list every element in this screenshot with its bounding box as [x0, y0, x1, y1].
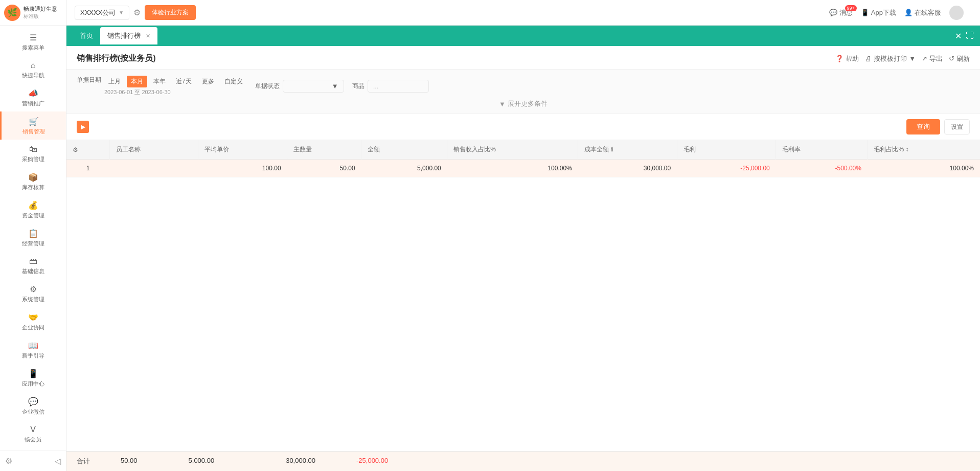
- message-badge: 99+: [845, 5, 857, 11]
- cell-index: 1: [66, 160, 109, 177]
- table-container: ⚙ 员工名称 平均单价 主数量 全额 销售收入占比% 成本全额 ℹ 毛利 毛利率…: [66, 140, 980, 451]
- sidebar-item-guide[interactable]: 📖 新手引导: [0, 335, 66, 364]
- app-download-area[interactable]: 📱 App下载: [861, 8, 896, 17]
- company-selector[interactable]: XXXXX公司 ▼: [75, 6, 129, 20]
- sidebar-item-member[interactable]: V 畅会员: [0, 420, 66, 447]
- help-button[interactable]: ❓ 帮助: [835, 54, 859, 63]
- status-filter-label: 单据状态: [255, 82, 280, 91]
- date-tab-more[interactable]: 更多: [198, 76, 218, 87]
- cell-avg-price: 100.00: [198, 160, 287, 177]
- tab-sales-ranking-label: 销售排行榜: [107, 31, 141, 40]
- sidebar-item-search[interactable]: ☰ 搜索菜单: [0, 28, 66, 56]
- filter-row: 单据日期 上月 本月 本年 近7天 更多 自定义 2023-06-01 至 20…: [77, 76, 970, 96]
- message-icon: 💬: [829, 9, 837, 16]
- col-name: 员工名称: [109, 140, 198, 160]
- goods-filter: 商品 ...: [352, 80, 429, 93]
- collapse-icon[interactable]: ◁: [55, 456, 61, 466]
- cell-total: 5,000.00: [361, 160, 447, 177]
- action-bar-right: 查询 设置: [906, 119, 970, 134]
- sidebar-item-enterprise[interactable]: 🤝 企业协同: [0, 307, 66, 335]
- page-header: 销售排行榜(按业务员) ❓ 帮助 🖨 按模板打印 ▼ ↗ 导出: [66, 46, 980, 70]
- print-dropdown-arrow: ▼: [909, 55, 916, 62]
- system-nav-icon: ⚙: [30, 284, 37, 294]
- footer-label: 合计: [77, 457, 90, 466]
- trial-button[interactable]: 体验行业方案: [145, 5, 196, 20]
- system-nav-label: 系统管理: [22, 296, 44, 303]
- sidebar-item-purchase[interactable]: 🛍 采购管理: [0, 140, 66, 167]
- apps-nav-label: 应用中心: [22, 380, 44, 388]
- topbar-right: 💬 消息 99+ 📱 App下载 👤 在线客服: [829, 6, 972, 20]
- date-tab-7days[interactable]: 近7天: [172, 76, 196, 87]
- sidebar-item-weixin[interactable]: 💬 企业微信: [0, 392, 66, 420]
- guide-nav-icon: 📖: [28, 341, 38, 350]
- refresh-button[interactable]: ↺ 刷新: [949, 54, 970, 63]
- user-avatar[interactable]: [949, 6, 964, 20]
- date-filter-label: 单据日期: [77, 76, 101, 84]
- company-name: XXXXX公司: [80, 8, 116, 17]
- export-button[interactable]: ↗ 导出: [922, 54, 943, 63]
- sidebar: 🌿 畅康通好生意 标准版 ☰ 搜索菜单 ⌂ 快捷导航 📣 营销推广 🛒 销售管理…: [0, 0, 66, 471]
- topbar-settings-icon[interactable]: ⚙: [133, 8, 141, 17]
- tab-close-icon[interactable]: ✕: [146, 33, 150, 39]
- online-service-area[interactable]: 👤 在线客服: [904, 8, 941, 17]
- sidebar-item-marketing[interactable]: 📣 营销推广: [0, 83, 66, 111]
- goods-input[interactable]: ...: [368, 80, 429, 93]
- col-main-qty: 主数量: [287, 140, 361, 160]
- weixin-nav-icon: 💬: [28, 397, 38, 407]
- search-nav-label: 搜索菜单: [22, 44, 44, 52]
- sidebar-item-quick-nav[interactable]: ⌂ 快捷导航: [0, 56, 66, 83]
- action-bar-left: ▶: [77, 121, 89, 133]
- settings-icon[interactable]: ⚙: [5, 456, 12, 466]
- print-button[interactable]: 🖨 按模板打印 ▼: [865, 54, 916, 63]
- sidebar-item-sales[interactable]: 🛒 销售管理: [0, 111, 66, 140]
- marketing-nav-label: 营销推广: [22, 100, 44, 107]
- date-filter: 单据日期 上月 本月 本年 近7天 更多 自定义 2023-06-01 至 20…: [77, 76, 247, 96]
- date-tab-last-month[interactable]: 上月: [104, 76, 125, 87]
- page-header-actions: ❓ 帮助 🖨 按模板打印 ▼ ↗ 导出 ↺ 刷新: [835, 54, 970, 63]
- enterprise-nav-icon: 🤝: [28, 312, 38, 322]
- sidebar-item-system[interactable]: ⚙ 系统管理: [0, 279, 66, 307]
- page-content: 销售排行榜(按业务员) ❓ 帮助 🖨 按模板打印 ▼ ↗ 导出: [66, 46, 980, 471]
- tab-close-all-button[interactable]: ✕: [955, 31, 962, 41]
- app-download-icon: 📱: [861, 9, 869, 16]
- table-footer: 合计 50.00 5,000.00 30,000.00 -25,000.00: [66, 451, 980, 471]
- tabbar: 首页 销售排行榜 ✕ ✕ ⛶: [66, 26, 980, 46]
- company-dropdown-arrow: ▼: [119, 10, 124, 15]
- date-tabs: 上月 本月 本年 近7天 更多 自定义: [104, 76, 247, 87]
- sidebar-item-finance[interactable]: 💰 资金管理: [0, 195, 66, 223]
- date-tab-this-year[interactable]: 本年: [149, 76, 170, 87]
- operations-nav-icon: 📋: [28, 229, 38, 238]
- table-header-row: ⚙ 员工名称 平均单价 主数量 全额 销售收入占比% 成本全额 ℹ 毛利 毛利率…: [66, 140, 980, 160]
- main-area: XXXXX公司 ▼ ⚙ 体验行业方案 💬 消息 99+ 📱 App下载 👤 在线…: [66, 0, 980, 471]
- footer-profit-val: -25,000.00: [356, 457, 388, 466]
- query-button[interactable]: 查询: [906, 119, 940, 134]
- message-icon-area[interactable]: 💬 消息 99+: [829, 8, 853, 17]
- sidebar-item-basic-info[interactable]: 🗃 基础信息: [0, 252, 66, 279]
- refresh-icon: ↺: [949, 55, 954, 62]
- collapse-filter-button[interactable]: ▶: [77, 121, 89, 133]
- purchase-nav-icon: 🛍: [29, 145, 37, 154]
- settings-side-button[interactable]: 设置: [944, 119, 970, 134]
- quick-nav-nav-icon: ⌂: [31, 61, 36, 70]
- date-tab-custom[interactable]: 自定义: [220, 76, 247, 87]
- expand-filter-button[interactable]: ▼ 展开更多条件: [499, 99, 548, 108]
- cell-profit: -25,000.00: [677, 160, 776, 177]
- export-icon: ↗: [922, 55, 927, 62]
- basic-info-nav-label: 基础信息: [22, 267, 44, 275]
- date-tab-this-month[interactable]: 本月: [127, 76, 147, 87]
- sidebar-logo: 🌿 畅康通好生意 标准版: [0, 0, 66, 26]
- table-row: 1 100.00 50.00 5,000.00 100.00% 30,000.0…: [66, 160, 980, 177]
- status-select[interactable]: ▼: [283, 80, 344, 93]
- tab-expand-button[interactable]: ⛶: [966, 31, 974, 41]
- col-settings: ⚙: [66, 140, 109, 160]
- page-inner: 销售排行榜(按业务员) ❓ 帮助 🖨 按模板打印 ▼ ↗ 导出: [66, 46, 980, 471]
- sidebar-item-operations[interactable]: 📋 经营管理: [0, 223, 66, 252]
- sidebar-item-inventory[interactable]: 📦 库存核算: [0, 167, 66, 195]
- app-logo-icon: 🌿: [4, 5, 20, 21]
- guide-nav-label: 新手引导: [22, 352, 44, 360]
- tab-home[interactable]: 首页: [73, 27, 100, 44]
- purchase-nav-label: 采购管理: [22, 155, 44, 163]
- tab-sales-ranking[interactable]: 销售排行榜 ✕: [100, 27, 157, 44]
- sidebar-item-apps[interactable]: 📱 应用中心: [0, 364, 66, 392]
- weixin-nav-label: 企业微信: [22, 408, 44, 416]
